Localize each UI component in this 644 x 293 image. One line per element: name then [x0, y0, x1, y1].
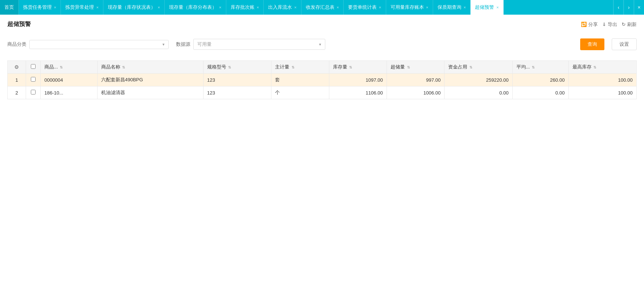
row-checkbox-cell[interactable] — [26, 74, 41, 86]
filter-area: 商品分类 ▾ 数据源 可用量 ▾ 查询 设置 — [7, 34, 637, 55]
col-max[interactable]: 最高库存 ⇅ — [568, 61, 636, 74]
category-label: 商品分类 — [7, 41, 26, 48]
col-unit[interactable]: 主计量 ⇅ — [271, 61, 329, 74]
row-avg: 0.00 — [512, 86, 568, 99]
table-row: 2 186-10... 机油滤清器 123 个 1106.00 1006.00 … — [8, 86, 637, 99]
col-stock[interactable]: 库存量 ⇅ — [329, 61, 387, 74]
sort-icon: ⇅ — [228, 65, 231, 69]
close-icon[interactable]: × — [337, 5, 339, 10]
row-over: 1006.00 — [387, 86, 444, 99]
datasource-filter-group: 数据源 可用量 ▾ — [176, 39, 325, 50]
nav-arrow-close[interactable]: × — [634, 0, 644, 15]
close-icon[interactable]: × — [464, 5, 466, 10]
chevron-down-icon: ▾ — [162, 42, 165, 47]
close-icon[interactable]: × — [496, 5, 498, 10]
nav-stock-dist[interactable]: 现存量（库存分布表） × — [165, 0, 226, 15]
row-unit: 套 — [271, 74, 329, 86]
share-button[interactable]: 🔁 分享 — [581, 21, 598, 28]
row-avg: 260.00 — [512, 74, 568, 86]
query-button[interactable]: 查询 — [580, 38, 604, 50]
close-icon[interactable]: × — [219, 5, 221, 10]
header-actions: 🔁 分享 ⇓ 导出 ↻ 刷新 — [581, 21, 637, 28]
row-stock: 1106.00 — [329, 86, 387, 99]
close-icon[interactable]: × — [257, 5, 259, 10]
row-index: 1 — [8, 74, 26, 86]
col-checkbox — [26, 61, 41, 74]
data-table: ⚙ 商品... ⇅ 商品名称 ⇅ 规格型号 ⇅ 主计量 — [7, 60, 637, 99]
chevron-down-icon: ▾ — [319, 42, 321, 47]
sort-icon: ⇅ — [469, 65, 472, 69]
nav-expiry-query[interactable]: 保质期查询 × — [433, 0, 471, 15]
table-row: 1 0000004 六配套新昌490BPG 123 套 1097.00 997.… — [8, 74, 637, 86]
row-checkbox[interactable] — [31, 90, 36, 94]
close-icon[interactable]: × — [379, 5, 381, 10]
datasource-select-value: 可用量 — [197, 41, 212, 48]
nav-order-stats[interactable]: 要货单统计表 × — [344, 0, 386, 15]
close-icon[interactable]: × — [158, 5, 160, 10]
table-header-row: ⚙ 商品... ⇅ 商品名称 ⇅ 规格型号 ⇅ 主计量 — [8, 61, 637, 74]
nav-arrow-left[interactable]: ‹ — [613, 0, 623, 15]
nav-arrow-right[interactable]: › — [623, 0, 634, 15]
top-navigation: 首页 拣货任务管理 × 拣货异常处理 × 现存量（库存状况表） × 现存量（库存… — [0, 0, 644, 15]
close-icon[interactable]: × — [96, 5, 98, 10]
row-over: 997.00 — [387, 74, 444, 86]
row-name: 机油滤清器 — [97, 86, 203, 99]
datasource-select[interactable]: 可用量 ▾ — [193, 39, 325, 50]
nav-receive-summary[interactable]: 收发存汇总表 × — [301, 0, 344, 15]
page-title: 超储预警 — [7, 21, 31, 28]
col-over[interactable]: 超储量 ⇅ — [387, 61, 444, 74]
row-capital: 259220.00 — [444, 74, 512, 86]
export-icon: ⇓ — [602, 22, 606, 27]
row-code: 186-10... — [41, 86, 98, 99]
col-code[interactable]: 商品... ⇅ — [41, 61, 98, 74]
row-code: 0000004 — [41, 74, 98, 86]
nav-available-stock[interactable]: 可用量库存账本 × — [386, 0, 433, 15]
row-unit: 个 — [271, 86, 329, 99]
row-max: 100.00 — [568, 86, 636, 99]
page-content: 超储预警 🔁 分享 ⇓ 导出 ↻ 刷新 商品分类 ▾ 数据源 — [0, 15, 644, 293]
nav-stock-status[interactable]: 现存量（库存状况表） × — [103, 0, 165, 15]
col-name[interactable]: 商品名称 ⇅ — [97, 61, 203, 74]
close-icon[interactable]: × — [294, 5, 296, 10]
gear-icon[interactable]: ⚙ — [14, 64, 19, 70]
sort-icon: ⇅ — [407, 65, 410, 69]
close-icon[interactable]: × — [426, 5, 428, 10]
col-spec[interactable]: 规格型号 ⇅ — [203, 61, 271, 74]
category-select[interactable]: ▾ — [29, 40, 169, 49]
settings-button[interactable]: 设置 — [612, 38, 637, 50]
sort-icon: ⇅ — [60, 65, 63, 69]
sort-icon: ⇅ — [593, 65, 596, 69]
refresh-icon: ↻ — [622, 22, 626, 27]
row-spec: 123 — [203, 74, 271, 86]
nav-pick-exception[interactable]: 拣货异常处理 × — [61, 0, 103, 15]
close-icon[interactable]: × — [54, 5, 56, 10]
col-settings[interactable]: ⚙ — [8, 61, 26, 74]
col-capital[interactable]: 资金占用 ⇅ — [444, 61, 512, 74]
row-stock: 1097.00 — [329, 74, 387, 86]
share-icon: 🔁 — [581, 22, 587, 27]
row-checkbox[interactable] — [31, 77, 36, 82]
row-checkbox-cell[interactable] — [26, 86, 41, 99]
refresh-button[interactable]: ↻ 刷新 — [622, 21, 637, 28]
row-index: 2 — [8, 86, 26, 99]
page-header: 超储预警 🔁 分享 ⇓ 导出 ↻ 刷新 — [7, 21, 637, 28]
nav-inout-flow[interactable]: 出入库流水 × — [264, 0, 301, 15]
sort-icon: ⇅ — [122, 65, 125, 69]
category-filter-group: 商品分类 ▾ — [7, 40, 169, 49]
sort-icon: ⇅ — [532, 65, 535, 69]
row-capital: 0.00 — [444, 86, 512, 99]
col-avg[interactable]: 平均... ⇅ — [512, 61, 568, 74]
export-button[interactable]: ⇓ 导出 — [602, 21, 617, 28]
row-max: 100.00 — [568, 74, 636, 86]
nav-overstock-warning[interactable]: 超储预警 × — [471, 0, 503, 15]
nav-arrows: ‹ › × — [613, 0, 644, 15]
nav-stock-batch[interactable]: 库存批次账 × — [226, 0, 264, 15]
nav-home[interactable]: 首页 — [0, 0, 19, 15]
row-name: 六配套新昌490BPG — [97, 74, 203, 86]
nav-pick-task[interactable]: 拣货任务管理 × — [19, 0, 61, 15]
row-spec: 123 — [203, 86, 271, 99]
select-all-checkbox[interactable] — [31, 64, 36, 69]
sort-icon: ⇅ — [349, 65, 352, 69]
datasource-label: 数据源 — [176, 41, 190, 48]
sort-icon: ⇅ — [292, 65, 294, 69]
